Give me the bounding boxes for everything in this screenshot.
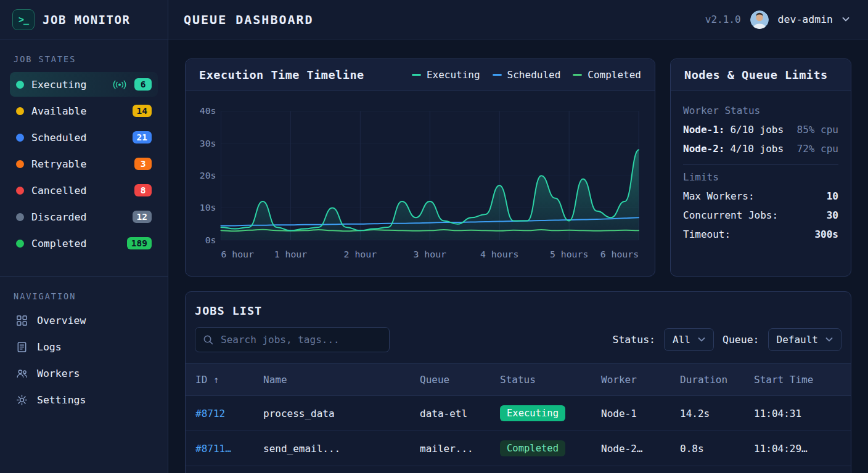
legend-swatch [573, 74, 582, 76]
search-input[interactable] [219, 333, 382, 346]
sidebar-item-overview[interactable]: Overview [10, 307, 158, 334]
nav-list: OverviewLogsWorkersSettings [10, 307, 158, 413]
limit-row: Concurrent Jobs:30 [683, 209, 838, 221]
table-row[interactable]: #8712process_datadata-etlExecutingNode-1… [186, 396, 851, 431]
terminal-glyph: >_ [18, 14, 28, 25]
sidebar-item-workers[interactable]: Workers [10, 360, 158, 387]
column-header-5[interactable]: Duration [673, 364, 747, 396]
limit-value: 30 [827, 209, 838, 221]
column-header-1[interactable]: Name [256, 364, 412, 396]
search-box[interactable] [195, 327, 390, 352]
user-menu[interactable]: dev-admin [778, 14, 833, 25]
state-count-badge: 3 [134, 158, 152, 170]
svg-text:1 hour: 1 hour [274, 249, 308, 259]
chevron-down-icon[interactable] [842, 17, 850, 22]
sidebar-item-settings[interactable]: Settings [10, 387, 158, 413]
cell-status: Executing [493, 396, 594, 431]
legend-item-scheduled[interactable]: Scheduled [493, 69, 561, 81]
sidebar-state-completed[interactable]: Completed189 [10, 231, 158, 256]
table-row[interactable]: #8711…send_email...mailer...CompletedNod… [186, 431, 851, 466]
nodes-card: Nodes & Queue Limits Worker Status Node-… [670, 59, 851, 277]
node-status-row: Node-1:6/10 jobs85% cpu [683, 124, 838, 135]
limit-row: Timeout:300s [683, 228, 838, 240]
status-filter-value: All [673, 334, 690, 346]
chevron-down-icon [698, 337, 705, 342]
status-badge: Executing [500, 405, 565, 421]
legend-label: Executing [427, 69, 480, 81]
node-cpu: 85% cpu [797, 124, 838, 135]
sidebar-state-discarded[interactable]: Discarded12 [10, 204, 158, 229]
cell-id[interactable]: #8712 [186, 396, 256, 431]
state-label: Cancelled [31, 185, 127, 196]
grid-icon [16, 315, 28, 326]
svg-text:10s: 10s [200, 202, 216, 212]
table-row[interactable]: #8710process_datamailerScheduledNode-10.… [186, 466, 851, 473]
sidebar-state-executing[interactable]: Executing6 [10, 72, 158, 97]
avatar[interactable] [750, 10, 769, 29]
limit-value: 10 [827, 190, 838, 202]
jobs-card-header: JOBS LIST [186, 292, 851, 320]
nav-item-label: Overview [37, 315, 86, 326]
sidebar-state-cancelled[interactable]: Cancelled8 [10, 178, 158, 203]
cell-id[interactable]: #8711… [186, 431, 256, 466]
chart-legend: ExecutingScheduledCompleted [412, 69, 641, 81]
legend-item-completed[interactable]: Completed [573, 69, 641, 81]
node-status-row: Node-2:4/10 jobs72% cpu [683, 143, 838, 155]
state-count-badge: 189 [127, 237, 152, 249]
limit-label: Timeout: [683, 228, 731, 240]
topbar: QUEUE DASHBOARD v2.1.0 dev-admin [168, 0, 868, 39]
workers-icon [16, 368, 28, 379]
nav-item-label: Workers [37, 368, 80, 379]
cell-duration: 0.8s [673, 466, 747, 473]
legend-label: Completed [588, 69, 641, 81]
cell-worker: Node-1 [594, 466, 673, 473]
column-header-3[interactable]: Status [493, 364, 594, 396]
legend-item-executing[interactable]: Executing [412, 69, 480, 81]
sidebar-state-available[interactable]: Available14 [10, 99, 158, 123]
cell-status: Completed [493, 431, 594, 466]
sidebar-state-retryable[interactable]: Retryable3 [10, 152, 158, 176]
state-dot [16, 134, 24, 142]
queue-filter-label: Queue: [723, 334, 760, 346]
limit-value: 300s [814, 228, 838, 240]
status-filter-label: Status: [613, 334, 656, 346]
state-count-badge: 6 [134, 78, 152, 91]
navigation-label: NAVIGATION [0, 276, 168, 301]
status-filter-select[interactable]: All [664, 328, 714, 351]
svg-text:3 hour: 3 hour [414, 249, 447, 259]
job-states-list: Executing6Available14Scheduled21Retryabl… [10, 70, 158, 257]
legend-swatch [493, 74, 502, 76]
sidebar-state-scheduled[interactable]: Scheduled21 [10, 125, 158, 150]
queue-filter-select[interactable]: Default [768, 328, 841, 351]
cell-queue: mailer... [412, 431, 493, 466]
column-header-0[interactable]: ID ↑ [186, 364, 256, 396]
column-header-6[interactable]: Start Time [747, 364, 851, 396]
cell-start-time: 11:04:29… [747, 431, 851, 466]
job-states-label: JOB STATES [14, 54, 154, 64]
divider [683, 164, 838, 165]
jobs-controls: Status: All Queue: Default [186, 320, 851, 363]
brand: >_ JOB MONITOR [0, 0, 168, 39]
cell-start-time: 11:04:31 [747, 396, 851, 431]
chart-area: 0s10s20s30s40s6 hour1 hour2 hour3 hour4 … [186, 91, 655, 276]
sidebar: >_ JOB MONITOR JOB STATES Executing6Avai… [0, 0, 168, 473]
cell-worker: Node-1 [594, 396, 673, 431]
avatar-image [750, 10, 769, 29]
state-label: Executing [31, 79, 105, 91]
sidebar-item-logs[interactable]: Logs [10, 334, 158, 360]
svg-text:0s: 0s [205, 235, 216, 245]
legend-swatch [412, 74, 421, 76]
app-root: >_ JOB MONITOR JOB STATES Executing6Avai… [0, 0, 868, 473]
svg-text:20s: 20s [200, 170, 216, 180]
cell-queue: data-etl [412, 396, 493, 431]
cell-id[interactable]: #8710 [186, 466, 256, 473]
column-header-4[interactable]: Worker [594, 364, 673, 396]
column-header-2[interactable]: Queue [412, 364, 493, 396]
state-label: Available [31, 105, 125, 117]
state-dot [16, 81, 24, 89]
state-dot [16, 187, 24, 195]
live-signal-icon [112, 80, 127, 89]
state-label: Retryable [31, 158, 127, 170]
table-header-row: ID ↑NameQueueStatusWorkerDurationStart T… [186, 364, 851, 396]
state-count-badge: 8 [134, 184, 152, 196]
